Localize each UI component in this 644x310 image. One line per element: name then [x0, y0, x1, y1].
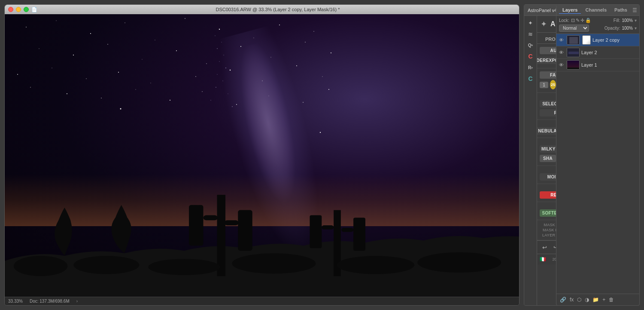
- lock-position-icon[interactable]: ⊡: [571, 18, 575, 23]
- svg-point-29: [322, 76, 322, 77]
- svg-point-66: [148, 259, 220, 275]
- image-canvas[interactable]: [5, 14, 519, 297]
- svg-point-32: [101, 98, 102, 98]
- silhouette-svg: [5, 169, 519, 297]
- svg-point-44: [219, 61, 219, 61]
- svg-point-52: [120, 108, 122, 110]
- eye-icon-2[interactable]: 👁: [559, 50, 565, 55]
- svg-rect-56: [189, 205, 203, 246]
- svg-point-53: [320, 132, 321, 133]
- layer-delete-icon[interactable]: 🗑: [608, 296, 615, 304]
- sidebar-icon-c2[interactable]: C: [526, 74, 536, 84]
- circle-25[interactable]: 25: [550, 80, 556, 89]
- svg-point-14: [176, 50, 177, 51]
- svg-point-64: [14, 256, 67, 276]
- layer-link-icon[interactable]: 🔗: [559, 296, 567, 304]
- svg-point-21: [52, 68, 52, 68]
- layers-tabs: Layers Channels Paths: [559, 6, 631, 14]
- svg-point-27: [262, 80, 262, 81]
- layer-folder-icon[interactable]: 📁: [592, 296, 600, 304]
- svg-point-41: [222, 42, 222, 43]
- undo-icon[interactable]: ↩: [540, 242, 549, 252]
- svg-point-69: [417, 252, 501, 273]
- tab-paths[interactable]: Paths: [611, 6, 631, 14]
- mode-row: Normal Multiply Screen Opacity: 100% ▾: [559, 25, 637, 32]
- tab-channels[interactable]: Channels: [582, 6, 610, 14]
- layer-name-2-copy: Layer 2 copy: [592, 37, 637, 43]
- layer-add-icon[interactable]: +: [601, 296, 606, 304]
- lock-brush-icon[interactable]: ✎: [576, 18, 580, 23]
- svg-point-48: [216, 87, 216, 87]
- doc-size: Doc: 137.3M/698.6M: [30, 299, 70, 304]
- minimize-button[interactable]: [16, 7, 21, 12]
- layers-controls: Lock: ⊡ ✎ ✛ 🔒 Fill: 100% ▾ Normal Mul: [556, 16, 639, 34]
- status-bar: 33.33% Doc: 137.3M/698.6M ›: [5, 297, 519, 305]
- btn-milky[interactable]: MILKY: [540, 145, 557, 153]
- layer-list: 👁 Layer 2 copy 👁: [556, 34, 639, 294]
- lock-move-icon[interactable]: ✛: [580, 18, 584, 23]
- svg-point-35: [202, 91, 202, 92]
- doc-icon: 📄: [31, 7, 37, 12]
- svg-point-42: [217, 48, 217, 49]
- svg-rect-60: [322, 225, 334, 229]
- lock-label: Lock:: [559, 18, 569, 23]
- logo-star-icon: ✦: [541, 19, 547, 29]
- svg-rect-63: [353, 218, 365, 251]
- title-bar: 📄 DSC00316.ARW @ 33.3% (Layer 2 copy, La…: [5, 5, 519, 14]
- opacity-value: 100%: [622, 26, 633, 31]
- layer-item-2-copy[interactable]: 👁 Layer 2 copy: [556, 34, 639, 46]
- layer-actions: 🔗 fx ⬡ ◑ 📁 + 🗑: [556, 294, 639, 305]
- layer-name-2: Layer 2: [581, 50, 637, 55]
- sidebar-icon-rp[interactable]: Rp: [526, 62, 536, 73]
- sidebar-icon-c1[interactable]: C: [526, 51, 536, 61]
- sidebar-icon-wave[interactable]: ≋: [526, 29, 536, 39]
- svg-rect-61: [310, 215, 322, 249]
- layer-item-2[interactable]: 👁 Layer 2: [556, 46, 639, 59]
- layer-thumb-2: [567, 48, 580, 57]
- fill-value: 100%: [622, 18, 633, 23]
- svg-point-16: [240, 46, 241, 47]
- svg-point-40: [215, 35, 215, 36]
- svg-point-15: [206, 63, 207, 64]
- layer-adjust-icon[interactable]: ◑: [584, 296, 590, 304]
- btn-nebula[interactable]: NEBULA: [537, 127, 559, 135]
- eye-icon-2-copy[interactable]: 👁: [559, 37, 565, 43]
- svg-point-0: [26, 27, 27, 28]
- blend-mode-select[interactable]: Normal Multiply Screen: [559, 25, 589, 32]
- svg-point-9: [313, 31, 314, 31]
- status-arrow: ›: [76, 299, 78, 304]
- svg-point-33: [135, 89, 136, 89]
- svg-point-47: [222, 80, 223, 81]
- svg-point-4: [155, 40, 155, 40]
- sidebar-icon-star[interactable]: ✦: [526, 18, 536, 28]
- svg-point-45: [225, 68, 226, 68]
- svg-rect-57: [224, 221, 238, 226]
- svg-point-24: [151, 83, 151, 83]
- layer-thumb-1: [567, 60, 580, 70]
- lock-icons: ⊡ ✎ ✛ 🔒: [571, 18, 591, 23]
- btn-sha[interactable]: SHA: [540, 155, 556, 162]
- lock-all-icon[interactable]: 🔒: [585, 18, 591, 23]
- svg-rect-55: [203, 215, 217, 221]
- tab-layers[interactable]: Layers: [559, 6, 581, 14]
- kind-row: Lock: ⊡ ✎ ✛ 🔒 Fill: 100% ▾: [559, 18, 637, 23]
- sidebar-icon-q[interactable]: Qb: [526, 40, 536, 50]
- fill-chevron: ▾: [635, 18, 637, 23]
- svg-point-37: [269, 96, 269, 96]
- layer-mask-thumb: [582, 35, 591, 45]
- zoom-level: 33.33%: [8, 299, 23, 304]
- close-button[interactable]: [8, 7, 13, 12]
- svg-point-36: [236, 104, 237, 105]
- maximize-button[interactable]: [24, 7, 29, 12]
- svg-rect-71: [569, 37, 578, 44]
- layer-item-1[interactable]: 👁 Layer 1: [556, 59, 639, 71]
- layers-menu-icon[interactable]: ☰: [632, 7, 637, 13]
- eye-icon-1[interactable]: 👁: [559, 62, 565, 68]
- layer-mask-icon[interactable]: ⬡: [576, 296, 582, 304]
- svg-point-3: [125, 22, 125, 23]
- svg-rect-62: [341, 228, 353, 232]
- layer-fx-icon[interactable]: fx: [569, 296, 574, 304]
- left-sidebar: ✦ ≋ Qb C Rp C: [524, 16, 537, 305]
- svg-point-7: [253, 37, 254, 38]
- svg-rect-58: [238, 210, 252, 251]
